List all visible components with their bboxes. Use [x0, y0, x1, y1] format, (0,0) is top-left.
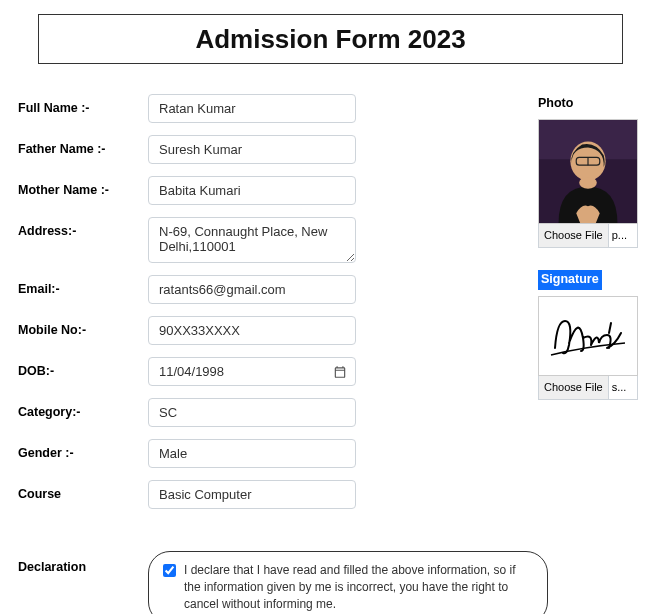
label-email: Email:- — [18, 275, 148, 299]
input-address[interactable]: N-69, Connaught Place, New Delhi,110001 — [148, 217, 356, 263]
photo-section: Photo Choose File p... — [538, 94, 643, 248]
choose-file-button[interactable]: Choose File — [539, 224, 609, 247]
choose-file-button[interactable]: Choose File — [539, 376, 609, 399]
photo-preview — [538, 119, 638, 224]
declaration-box: I declare that I have read and filled th… — [148, 551, 548, 614]
signature-file-input[interactable]: Choose File s... — [538, 376, 638, 400]
person-icon — [539, 119, 637, 224]
declaration-text: I declare that I have read and filled th… — [184, 562, 533, 612]
label-gender: Gender :- — [18, 439, 148, 463]
input-fullname[interactable] — [148, 94, 356, 123]
label-signature: Signature — [538, 270, 602, 290]
input-gender[interactable] — [148, 439, 356, 468]
upload-panel: Photo Choose File p... — [538, 94, 643, 521]
svg-point-5 — [579, 177, 597, 189]
label-fullname: Full Name :- — [18, 94, 148, 118]
label-fathername: Father Name :- — [18, 135, 148, 159]
declaration-section: Declaration I declare that I have read a… — [18, 551, 643, 614]
signature-section: Signature Choose File s... — [538, 270, 643, 400]
label-category: Category:- — [18, 398, 148, 422]
label-course: Course — [18, 480, 148, 504]
signature-file-name: s... — [609, 376, 637, 399]
input-dob[interactable] — [148, 357, 356, 386]
declaration-checkbox[interactable] — [163, 564, 176, 577]
label-address: Address:- — [18, 217, 148, 241]
photo-file-input[interactable]: Choose File p... — [538, 224, 638, 248]
input-email[interactable] — [148, 275, 356, 304]
label-photo: Photo — [538, 95, 573, 113]
page-title: Admission Form 2023 — [39, 21, 622, 57]
photo-file-name: p... — [609, 224, 637, 247]
input-mothername[interactable] — [148, 176, 356, 205]
input-mobile[interactable] — [148, 316, 356, 345]
input-category[interactable] — [148, 398, 356, 427]
input-course[interactable] — [148, 480, 356, 509]
form-body: Full Name :- Father Name :- Mother Name … — [18, 94, 643, 521]
signature-icon — [543, 303, 633, 368]
label-mothername: Mother Name :- — [18, 176, 148, 200]
label-dob: DOB:- — [18, 357, 148, 381]
label-declaration: Declaration — [18, 551, 148, 614]
title-box: Admission Form 2023 — [38, 14, 623, 64]
label-mobile: Mobile No:- — [18, 316, 148, 340]
form-fields: Full Name :- Father Name :- Mother Name … — [18, 94, 356, 521]
input-fathername[interactable] — [148, 135, 356, 164]
signature-preview — [538, 296, 638, 376]
